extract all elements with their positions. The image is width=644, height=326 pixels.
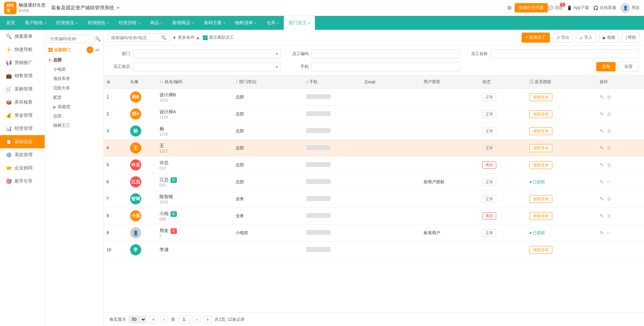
delete-icon[interactable]: 🗑 <box>607 111 611 117</box>
sidebar-item-manage[interactable]: 📊 经营管理 <box>0 122 45 135</box>
import-button[interactable]: ↙ 导入 <box>576 33 596 43</box>
delete-icon[interactable]: 🗑 <box>607 94 611 100</box>
sidebar-item-guide[interactable]: 🎯 新手引导 <box>0 175 45 188</box>
export-button[interactable]: ↗ 导出 <box>553 33 573 43</box>
dept-search-input[interactable] <box>48 35 94 43</box>
dept-item-zswz[interactable]: 植树王三 <box>48 121 103 130</box>
dept-search-icon[interactable]: 🔍 <box>95 36 101 42</box>
edit-icon[interactable]: ✎ <box>600 128 604 134</box>
edit-icon[interactable]: ✎ <box>600 145 604 151</box>
settings-icon[interactable]: ⚙ <box>507 5 512 11</box>
edit-icon[interactable]: ✎ <box>600 196 604 202</box>
edit-icon[interactable]: ✎ <box>600 162 604 168</box>
dept-filter-select[interactable]: ▾ <box>133 49 281 58</box>
user-menu[interactable]: 👤 用友 <box>620 3 640 13</box>
search-icon[interactable]: 🔍 <box>161 35 166 40</box>
prev-page-btn[interactable]: ‹ <box>161 316 168 323</box>
auth-btn[interactable]: 授权登录 <box>529 110 552 118</box>
sidebar-item-marketing[interactable]: 📢 营销推广 <box>0 56 45 69</box>
col-dept[interactable]: ↑ 部门/职位 <box>233 76 303 89</box>
trial-button[interactable]: 体验行业方案 <box>515 3 548 12</box>
delete-icon[interactable]: 🗑 <box>607 162 611 168</box>
sidebar-item-inventory[interactable]: 📦 库存核算 <box>0 96 45 109</box>
tab-home[interactable]: 首页 <box>1 16 20 30</box>
show-resigned-check[interactable]: ✓ 显示离职员工 <box>203 35 234 41</box>
reset-button[interactable]: 设置 <box>618 62 638 72</box>
tab-bom[interactable]: 物料清单 × <box>230 16 261 30</box>
col-settings[interactable]: ⚙ <box>104 76 127 89</box>
tab-barcode[interactable]: 条码方案 × <box>199 16 230 30</box>
sidebar-item-base[interactable]: 📋 基础信息 <box>0 135 45 148</box>
dept-item-xd[interactable]: 小电部 <box>48 65 103 74</box>
auth-btn[interactable]: 授权登录 <box>529 144 552 152</box>
message-button[interactable]: 💬 消息 5 <box>548 5 563 11</box>
tab-warehouse[interactable]: 仓库 × <box>262 16 284 30</box>
dept-collapse-btn[interactable]: ≪ <box>95 47 100 53</box>
status-filter-select[interactable]: ▾ <box>133 62 281 71</box>
sidebar-item-quicknav[interactable]: ⚡ 快捷导航 <box>0 43 45 56</box>
dept-item-general[interactable]: ▼ 总部 <box>45 55 103 65</box>
tab-customer[interactable]: 客户联络 × <box>20 16 51 30</box>
tab-history[interactable]: 经营历程 × <box>114 16 145 30</box>
app-download-button[interactable]: 📱 App下载 <box>567 5 589 11</box>
dept-item-ph[interactable]: 配货 <box>48 93 103 102</box>
tab-add-goods[interactable]: 新增商品 × <box>167 16 199 30</box>
dept-add-btn[interactable]: + <box>87 46 93 53</box>
help-button[interactable]: | 帮助 <box>622 33 640 43</box>
delete-icon[interactable]: 🗑 <box>607 196 611 202</box>
add-employee-button[interactable]: + 新增员工 <box>521 33 550 43</box>
handshake-icon: 🤝 <box>6 165 12 171</box>
per-page-select[interactable]: 50 100 200 <box>129 316 146 323</box>
auth-btn[interactable]: 授权登录 <box>529 212 552 220</box>
delete-icon[interactable]: 🗑 <box>607 128 611 134</box>
sidebar-item-purchase[interactable]: 🛒 采购管理 <box>0 82 45 96</box>
query-button[interactable]: 查询 <box>596 62 616 71</box>
row-usertype <box>421 140 480 157</box>
edit-icon[interactable]: ✎ <box>600 94 604 100</box>
sidebar-item-finance[interactable]: 💰 资金管理 <box>0 109 45 122</box>
online-service-button[interactable]: 🎧 在线客服 <box>593 5 616 11</box>
row-avatar: 师A <box>127 106 157 123</box>
advanced-filter: 部门 ▾ 员工编码 员工名称 员工 <box>104 46 644 76</box>
edit-icon[interactable]: ✎ <box>600 111 604 117</box>
dept-item-zb[interactable]: 总部 <box>48 112 103 121</box>
dept-item-xmkf[interactable]: 项目库房 <box>48 74 103 83</box>
phone-input[interactable] <box>311 62 460 71</box>
sidebar-item-system[interactable]: ⚙️ 系统管理 <box>0 148 45 161</box>
emp-name-input[interactable] <box>490 49 638 58</box>
col-phone[interactable]: ↑ 手机 <box>303 76 362 89</box>
delete-icon[interactable]: ↩ <box>607 230 611 236</box>
sidebar-item-collab[interactable]: 🤝 企业协同 <box>0 161 45 175</box>
export-icon: ↗ <box>556 35 560 40</box>
sidebar-item-sales[interactable]: 💼 销售管理 <box>0 69 45 82</box>
tab-employees[interactable]: 部门员工 × <box>284 16 315 30</box>
auth-btn[interactable]: 授权登录 <box>529 93 552 101</box>
tab-goods[interactable]: 商品 × <box>145 16 167 30</box>
auth-btn[interactable]: 授权登录 <box>529 127 552 135</box>
search-input[interactable] <box>111 35 160 40</box>
first-page-btn[interactable]: « <box>149 316 158 323</box>
delete-icon[interactable]: 🗑 <box>607 213 611 219</box>
emp-code-input[interactable] <box>311 49 460 58</box>
edit-icon[interactable]: ✎ <box>600 213 604 219</box>
sidebar-item-search[interactable]: 🔍 搜索菜单 <box>0 30 45 43</box>
auth-btn[interactable]: 授权登录 <box>529 246 552 254</box>
next-page-btn[interactable]: › <box>193 316 201 323</box>
table-row: 9 👤 用友 应 2 小电部 标准用户 <box>104 224 644 241</box>
more-filters-btn[interactable]: ▼ 更多条件 ▲ <box>172 35 200 41</box>
dept-item-ssx[interactable]: ▶ 双庭想 <box>48 102 103 112</box>
last-page-btn[interactable]: » <box>203 316 212 323</box>
video-button[interactable]: ▶ 视频 <box>599 33 619 43</box>
auth-btn[interactable]: 授权登录 <box>529 195 552 203</box>
col-name[interactable]: ↑↓ 姓名/编码 <box>157 76 233 89</box>
auth-btn[interactable]: 授权登录 <box>529 161 552 169</box>
tab-profit[interactable]: 利润报告 × <box>83 16 114 30</box>
dept-item-sydk[interactable]: 沈阳大库 <box>48 83 103 93</box>
edit-icon[interactable]: ✎ <box>600 230 604 236</box>
edit-icon[interactable]: ✎ <box>600 179 604 185</box>
delete-icon[interactable]: ↩ <box>607 179 611 185</box>
delete-icon[interactable]: 🗑 <box>607 145 611 151</box>
page-number-input[interactable] <box>178 316 190 323</box>
sys-dropdown-arrow[interactable]: ▾ <box>117 5 119 10</box>
tab-operation[interactable]: 经营情况 × <box>51 16 82 30</box>
